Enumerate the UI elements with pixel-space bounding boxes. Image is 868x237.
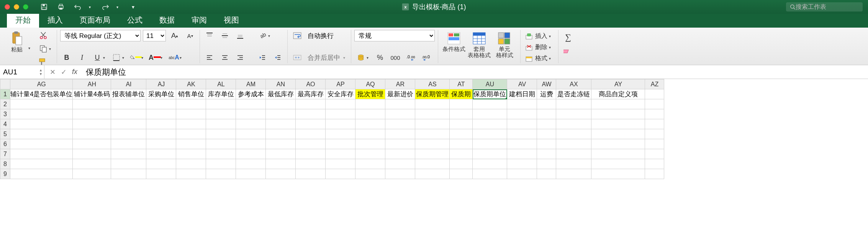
- cell-AJ8[interactable]: [146, 159, 176, 169]
- spreadsheet-grid[interactable]: AGAHAIAJAKALAMANAOAPAQARASATAUAVAWAXAYAZ…: [0, 79, 868, 179]
- cell-AS2[interactable]: [415, 99, 450, 109]
- cell-AG4[interactable]: [10, 119, 73, 129]
- cell-AT6[interactable]: [450, 139, 473, 149]
- cell-AR1[interactable]: 最新进价: [385, 89, 415, 99]
- cell-AO6[interactable]: [296, 139, 326, 149]
- cell-AY7[interactable]: [591, 149, 645, 159]
- cell-AX8[interactable]: [556, 159, 591, 169]
- align-right-icon[interactable]: [234, 52, 247, 63]
- wrap-text-label[interactable]: 自动换行: [308, 31, 334, 40]
- insert-dropdown-icon[interactable]: ▾: [549, 34, 554, 38]
- search-box[interactable]: [786, 2, 863, 12]
- cell-AL9[interactable]: [206, 169, 236, 179]
- cell-AN1[interactable]: 最低库存: [266, 89, 296, 99]
- cell-AW8[interactable]: [537, 159, 556, 169]
- cell-AR2[interactable]: [385, 99, 415, 109]
- cell-AI6[interactable]: [111, 139, 146, 149]
- cell-AP3[interactable]: [326, 109, 355, 119]
- number-format-select[interactable]: 常规: [354, 30, 435, 41]
- cell-AZ5[interactable]: [645, 129, 664, 139]
- autosum-icon[interactable]: ∑: [562, 31, 575, 43]
- column-header-AG[interactable]: AG: [10, 79, 73, 89]
- row-header-2[interactable]: 2: [0, 99, 10, 109]
- merge-center-label[interactable]: 合并后居中: [308, 53, 340, 62]
- cell-AU8[interactable]: [473, 159, 507, 169]
- row-header-3[interactable]: 3: [0, 109, 10, 119]
- align-middle-icon[interactable]: [218, 30, 231, 41]
- bold-button[interactable]: B: [60, 52, 73, 63]
- cell-AN8[interactable]: [266, 159, 296, 169]
- column-header-AU[interactable]: AU: [473, 79, 507, 89]
- cell-AY8[interactable]: [591, 159, 645, 169]
- row-header-7[interactable]: 7: [0, 149, 10, 159]
- cell-AQ3[interactable]: [355, 109, 385, 119]
- cell-AS4[interactable]: [415, 119, 450, 129]
- cell-AX7[interactable]: [556, 149, 591, 159]
- cell-AT3[interactable]: [450, 109, 473, 119]
- cell-AP8[interactable]: [326, 159, 355, 169]
- cell-AR4[interactable]: [385, 119, 415, 129]
- zoom-window-button[interactable]: [23, 4, 28, 10]
- align-top-icon[interactable]: [203, 30, 216, 41]
- cell-AI9[interactable]: [111, 169, 146, 179]
- tab-视图[interactable]: 视图: [215, 13, 247, 28]
- cell-AQ5[interactable]: [355, 129, 385, 139]
- cell-AQ8[interactable]: [355, 159, 385, 169]
- column-header-AS[interactable]: AS: [415, 79, 450, 89]
- column-header-AK[interactable]: AK: [176, 79, 206, 89]
- cell-AG1[interactable]: 辅计量4是否包装单位: [10, 89, 73, 99]
- cell-AS5[interactable]: [415, 129, 450, 139]
- cell-AN6[interactable]: [266, 139, 296, 149]
- align-center-icon[interactable]: [218, 52, 231, 63]
- conditional-format-button[interactable]: 条件格式: [441, 30, 467, 52]
- cell-AO1[interactable]: 最高库存: [296, 89, 326, 99]
- cell-AM3[interactable]: [236, 109, 266, 119]
- orientation-icon[interactable]: ab: [256, 30, 269, 41]
- cell-AN4[interactable]: [266, 119, 296, 129]
- cell-AM2[interactable]: [236, 99, 266, 109]
- column-header-AY[interactable]: AY: [591, 79, 645, 89]
- increase-decimal-icon[interactable]: .0.00: [404, 52, 417, 63]
- phonetic-button[interactable]: abcA: [167, 52, 180, 63]
- cell-AI3[interactable]: [111, 109, 146, 119]
- cell-AL7[interactable]: [206, 149, 236, 159]
- cell-AY1[interactable]: 商品自定义项: [591, 89, 645, 99]
- column-header-AX[interactable]: AX: [556, 79, 591, 89]
- cell-AK4[interactable]: [176, 119, 206, 129]
- column-header-AR[interactable]: AR: [385, 79, 415, 89]
- cell-AJ1[interactable]: 采购单位: [146, 89, 176, 99]
- delete-cells-button[interactable]: 删除▾: [524, 43, 555, 52]
- fill-color-dropdown-icon[interactable]: ▾: [141, 56, 146, 60]
- tab-审阅[interactable]: 审阅: [183, 13, 215, 28]
- cell-AP6[interactable]: [326, 139, 355, 149]
- cancel-formula-icon[interactable]: ✕: [50, 68, 56, 76]
- cell-AQ1[interactable]: 批次管理: [355, 89, 385, 99]
- cell-AG6[interactable]: [10, 139, 73, 149]
- increase-indent-icon[interactable]: [271, 52, 284, 63]
- print-icon[interactable]: [56, 2, 66, 12]
- cell-AJ3[interactable]: [146, 109, 176, 119]
- cell-AM5[interactable]: [236, 129, 266, 139]
- decrease-decimal-icon[interactable]: .00.0: [419, 52, 432, 63]
- cell-AO8[interactable]: [296, 159, 326, 169]
- cell-AP5[interactable]: [326, 129, 355, 139]
- cell-AP4[interactable]: [326, 119, 355, 129]
- cell-AV9[interactable]: [507, 169, 537, 179]
- cell-AN3[interactable]: [266, 109, 296, 119]
- cell-AS9[interactable]: [415, 169, 450, 179]
- column-header-AN[interactable]: AN: [266, 79, 296, 89]
- cell-AU9[interactable]: [473, 169, 507, 179]
- format-dropdown-icon[interactable]: ▾: [549, 56, 554, 61]
- cell-AQ7[interactable]: [355, 149, 385, 159]
- cell-AU4[interactable]: [473, 119, 507, 129]
- column-header-AM[interactable]: AM: [236, 79, 266, 89]
- name-box[interactable]: AU1 ▲▼: [0, 65, 44, 79]
- cell-AO7[interactable]: [296, 149, 326, 159]
- cut-icon[interactable]: [37, 30, 50, 41]
- cell-AR7[interactable]: [385, 149, 415, 159]
- fx-icon[interactable]: fx: [72, 68, 77, 76]
- cell-AM8[interactable]: [236, 159, 266, 169]
- cell-AU2[interactable]: [473, 99, 507, 109]
- cell-AW6[interactable]: [537, 139, 556, 149]
- insert-cells-button[interactable]: 插入▾: [524, 31, 555, 41]
